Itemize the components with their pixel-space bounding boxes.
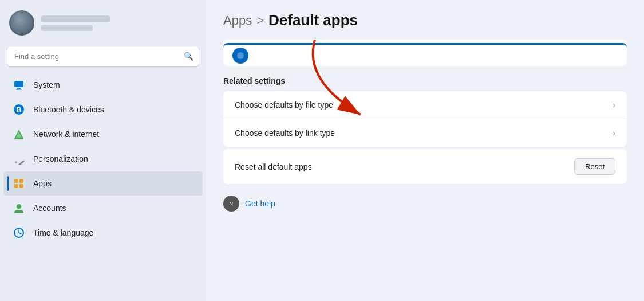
svg-point-13 xyxy=(17,204,21,209)
svg-point-18 xyxy=(237,52,244,59)
svg-rect-2 xyxy=(16,89,22,90)
apps-icon xyxy=(13,177,25,190)
time-icon xyxy=(13,226,25,239)
breadcrumb-parent[interactable]: Apps xyxy=(223,13,252,28)
profile-email xyxy=(41,25,93,31)
reset-label: Reset all default apps xyxy=(235,162,312,171)
link-type-row[interactable]: Choose defaults by link type › xyxy=(223,119,627,147)
link-type-label: Choose defaults by link type xyxy=(235,128,335,138)
sidebar-item-apps[interactable]: Apps xyxy=(3,171,203,196)
get-help-icon: ? xyxy=(223,196,239,212)
main-content: Apps > Default apps Related settings Cho… xyxy=(206,0,644,301)
settings-card: Choose defaults by file type › Choose de… xyxy=(223,91,627,147)
breadcrumb-current: Default apps xyxy=(268,11,358,29)
file-type-row[interactable]: Choose defaults by file type › xyxy=(223,91,627,119)
profile-info xyxy=(41,15,110,31)
sidebar-item-bluetooth-label: Bluetooth & devices xyxy=(33,105,104,114)
sidebar-item-time[interactable]: Time & language xyxy=(3,221,203,245)
sidebar-item-bluetooth[interactable]: B Bluetooth & devices xyxy=(3,97,203,122)
sidebar: 🔍 System B Bluetooth & devices xyxy=(0,0,206,301)
get-help-row[interactable]: ? Get help xyxy=(223,193,627,214)
link-type-chevron-icon: › xyxy=(613,128,615,138)
main-wrapper: Apps > Default apps Related settings Cho… xyxy=(206,0,644,301)
bluetooth-icon: B xyxy=(13,103,25,116)
svg-point-8 xyxy=(15,161,17,163)
svg-rect-1 xyxy=(17,88,21,89)
svg-text:?: ? xyxy=(230,201,233,208)
sidebar-item-accounts-label: Accounts xyxy=(33,204,66,213)
search-input[interactable] xyxy=(7,46,199,67)
svg-rect-11 xyxy=(14,184,18,188)
sidebar-item-accounts[interactable]: Accounts xyxy=(3,196,203,220)
sidebar-nav: System B Bluetooth & devices Network & i… xyxy=(0,72,206,245)
reset-row: Reset all default apps Reset xyxy=(223,149,627,184)
reset-card: Reset all default apps Reset xyxy=(223,149,627,184)
get-help-label[interactable]: Get help xyxy=(245,199,275,208)
svg-rect-7 xyxy=(18,160,25,165)
breadcrumb: Apps > Default apps xyxy=(223,11,627,29)
file-type-label: Choose defaults by file type xyxy=(235,100,333,110)
reset-button[interactable]: Reset xyxy=(574,158,615,175)
sidebar-item-system[interactable]: System xyxy=(3,73,203,97)
sidebar-item-network-label: Network & internet xyxy=(33,130,99,139)
sidebar-item-apps-label: Apps xyxy=(33,179,52,188)
network-icon xyxy=(13,128,25,140)
related-settings-heading: Related settings xyxy=(223,76,627,85)
sidebar-item-time-label: Time & language xyxy=(33,228,93,237)
svg-rect-10 xyxy=(19,179,23,183)
top-card-partial xyxy=(223,40,627,66)
system-icon xyxy=(13,79,25,91)
sidebar-item-network[interactable]: Network & internet xyxy=(3,122,203,146)
breadcrumb-separator: > xyxy=(256,13,264,28)
profile-section xyxy=(0,0,206,44)
avatar xyxy=(9,10,34,36)
svg-text:B: B xyxy=(16,105,21,114)
sidebar-item-system-label: System xyxy=(33,80,60,89)
svg-point-17 xyxy=(18,232,19,233)
svg-rect-12 xyxy=(19,184,23,188)
accounts-icon xyxy=(13,202,25,214)
sidebar-item-personalization[interactable]: Personalization xyxy=(3,147,203,171)
top-card-indicator xyxy=(232,48,248,64)
sidebar-item-personalization-label: Personalization xyxy=(33,154,88,163)
svg-rect-9 xyxy=(14,179,18,183)
file-type-chevron-icon: › xyxy=(613,100,615,110)
search-box[interactable]: 🔍 xyxy=(7,46,199,67)
profile-name xyxy=(41,15,110,22)
svg-rect-0 xyxy=(14,81,23,87)
personalization-icon xyxy=(13,153,25,165)
